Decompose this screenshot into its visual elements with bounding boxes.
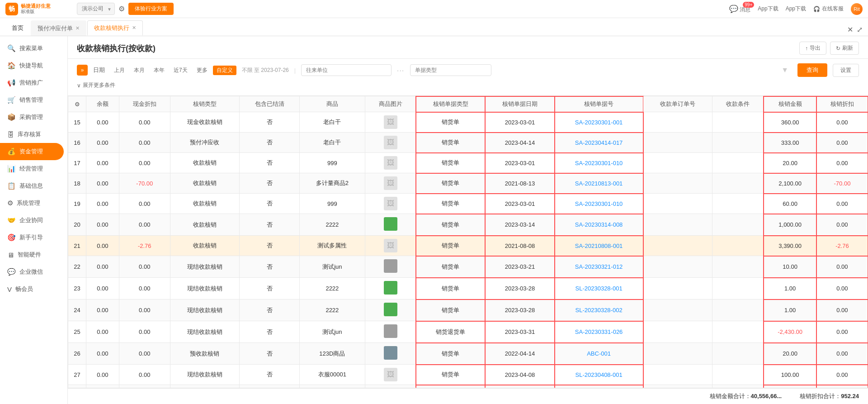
row-writeoff-discount: 0.00 [816, 256, 868, 278]
col-goods-image: 商品图片 [365, 96, 416, 112]
tab-home[interactable]: 首页 [5, 20, 30, 36]
row-writeoff-bill-no[interactable]: ABC-001 [555, 343, 643, 365]
header-actions: ↑ 导出 ↻ 刷新 [799, 42, 859, 55]
sidebar-item-purchase[interactable]: 📦 采购管理 [0, 109, 67, 126]
sidebar-item-search[interactable]: 🔍 搜索菜单 [0, 40, 67, 57]
inventory-icon: 🗄 [7, 131, 14, 138]
row-writeoff-bill-no[interactable]: SA-20230301-001 [555, 112, 643, 133]
row-writeoff-discount: 0.00 [816, 214, 868, 236]
row-writeoff-bill-date: 2023-04-08 [485, 365, 554, 385]
close-writeoff-tab[interactable]: ✕ [132, 25, 136, 31]
sidebar-item-inventory[interactable]: 🗄 库存核算 [0, 126, 67, 143]
notification-area[interactable]: 💬 消息 99+ [729, 5, 750, 14]
row-num: 17 [68, 153, 86, 173]
date-more[interactable]: 更多 [193, 66, 211, 75]
row-num: 18 [68, 173, 86, 194]
sidebar-item-member[interactable]: V 畅会员 [0, 280, 67, 298]
sidebar-item-enterprise[interactable]: 🤝 企业协同 [0, 212, 67, 229]
online-service[interactable]: 🎧 在线客服 [813, 5, 844, 13]
app-download-text[interactable]: App下载 [786, 5, 806, 13]
sidebar-item-marketing[interactable]: 📢 营销推广 [0, 74, 67, 91]
row-balance: 0.00 [86, 365, 119, 385]
guide-icon: 🎯 [7, 233, 16, 242]
maximize-tab-button[interactable]: ⤢ [857, 25, 863, 34]
row-writeoff-bill-no[interactable]: SA-20230314-008 [555, 214, 643, 236]
date-7days[interactable]: 近7天 [170, 66, 191, 75]
row-receipt-condition [712, 365, 764, 385]
row-include-settled: 否 [240, 214, 300, 236]
user-avatar[interactable]: Rit [851, 3, 863, 15]
row-include-settled: 否 [240, 299, 300, 321]
row-receipt-condition [712, 343, 764, 365]
row-writeoff-bill-date: 2023-03-21 [485, 256, 554, 278]
row-balance: 0.00 [86, 236, 119, 256]
row-writeoff-bill-no[interactable]: SA-20210813-001 [555, 173, 643, 194]
row-writeoff-bill-no[interactable]: SA-20230331-026 [555, 321, 643, 343]
sidebar-item-wechat[interactable]: 💬 企业微信 [0, 263, 67, 280]
col-settings[interactable]: ⚙ [68, 96, 86, 112]
sidebar-item-guide[interactable]: 🎯 新手引导 [0, 229, 67, 246]
date-last-month[interactable]: 上月 [110, 66, 128, 75]
row-writeoff-bill-date: 2023-03-01 [485, 153, 554, 173]
table-scroll[interactable]: ⚙ 余额 现金折扣 核销类型 包含已结清 商品 商品图片 核销单据类型 核销单据… [68, 96, 868, 388]
table-row: 23 0.00 0.00 现结收款核销 否 2222 销货单 2023-03-2… [68, 278, 868, 299]
row-writeoff-bill-no[interactable]: SA-20230414-017 [555, 133, 643, 153]
app-download-link[interactable]: App下载 [758, 5, 778, 13]
sidebar-item-quicknav[interactable]: 🏠 快捷导航 [0, 57, 67, 74]
row-writeoff-bill-no[interactable]: SA-20230321-012 [555, 256, 643, 278]
query-button[interactable]: 查询 [797, 63, 827, 77]
sidebar-item-finance[interactable]: 💰 资金管理 [0, 143, 64, 160]
row-goods-image: 🖼 [365, 173, 416, 194]
table-row: 19 0.00 0.00 收款核销 否 999 🖼 销货单 2023-03-01… [68, 194, 868, 214]
company-selector[interactable]: 演示公司 ▼ [77, 3, 115, 15]
row-cash-discount: 0.00 [119, 256, 170, 278]
row-goods-image [365, 256, 416, 278]
tab-bar: 首页 预付冲应付单 ✕ 收款核销执行 ✕ ✕ ⤢ [0, 18, 868, 36]
purchase-icon: 📦 [7, 113, 16, 121]
bill-type-input[interactable] [410, 64, 491, 76]
member-icon: V [7, 285, 12, 293]
sidebar-item-operation[interactable]: 📊 经营管理 [0, 160, 67, 177]
export-button[interactable]: ↑ 导出 [799, 42, 826, 55]
date-this-month[interactable]: 本月 [130, 66, 148, 75]
tab-writeoff[interactable]: 收款核销执行 ✕ [87, 20, 143, 36]
row-cash-discount: 0.00 [119, 194, 170, 214]
row-writeoff-bill-no[interactable]: SA-20230301-010 [555, 153, 643, 173]
sidebar-item-system[interactable]: ⚙ 系统管理 [0, 195, 67, 212]
row-balance: 0.00 [86, 112, 119, 133]
row-writeoff-bill-date: 2023-03-28 [485, 278, 554, 299]
row-goods: 测试jun [300, 321, 365, 343]
logo-icon: 畅 [5, 3, 18, 15]
refresh-button[interactable]: ↻ 刷新 [830, 42, 859, 55]
row-writeoff-amount: 2,100.00 [764, 173, 817, 194]
partner-input[interactable] [301, 64, 392, 76]
sidebar-item-hardware[interactable]: 🖥 智能硬件 [0, 246, 67, 263]
row-goods: 多计量商品2 [300, 173, 365, 194]
row-writeoff-bill-no[interactable]: SL-20230328-001 [555, 278, 643, 299]
sidebar-item-sales[interactable]: 🛒 销售管理 [0, 91, 67, 109]
row-receipt-order-no [643, 236, 712, 256]
row-writeoff-bill-no[interactable]: SL-20230408-001 [555, 365, 643, 385]
date-this-year[interactable]: 本年 [150, 66, 168, 75]
row-writeoff-discount: 0.00 [816, 321, 868, 343]
filter-collapse-button[interactable]: » [77, 65, 88, 76]
date-custom-button[interactable]: 自定义 [213, 66, 236, 75]
row-balance: 0.00 [86, 278, 119, 299]
tab-prepay[interactable]: 预付冲应付单 ✕ [31, 20, 86, 36]
notification-badge: 99+ [743, 2, 754, 8]
solution-button[interactable]: 体验行业方案 [128, 3, 174, 15]
row-writeoff-bill-no[interactable]: SL-20230328-002 [555, 299, 643, 321]
close-tab-button[interactable]: ✕ [847, 25, 853, 34]
row-writeoff-type: 现结收款核销 [170, 256, 239, 278]
sidebar-item-basic[interactable]: 📋 基础信息 [0, 177, 67, 195]
sidebar: 🔍 搜索菜单 🏠 快捷导航 📢 营销推广 🛒 销售管理 📦 采购管理 🗄 库存核… [0, 36, 68, 404]
settings-button[interactable]: 设置 [833, 64, 859, 77]
expand-more-button[interactable]: ∨ 展开更多条件 [77, 80, 859, 91]
close-prepay-tab[interactable]: ✕ [75, 25, 80, 31]
page-title: 收款核销执行(按收款) [77, 43, 156, 54]
gear-button[interactable]: ⚙ [118, 5, 125, 13]
row-writeoff-bill-no[interactable]: SA-20210808-001 [555, 236, 643, 256]
row-writeoff-bill-no[interactable]: SA-20230301-010 [555, 194, 643, 214]
row-goods: 测试jun [300, 256, 365, 278]
row-receipt-order-no [643, 278, 712, 299]
